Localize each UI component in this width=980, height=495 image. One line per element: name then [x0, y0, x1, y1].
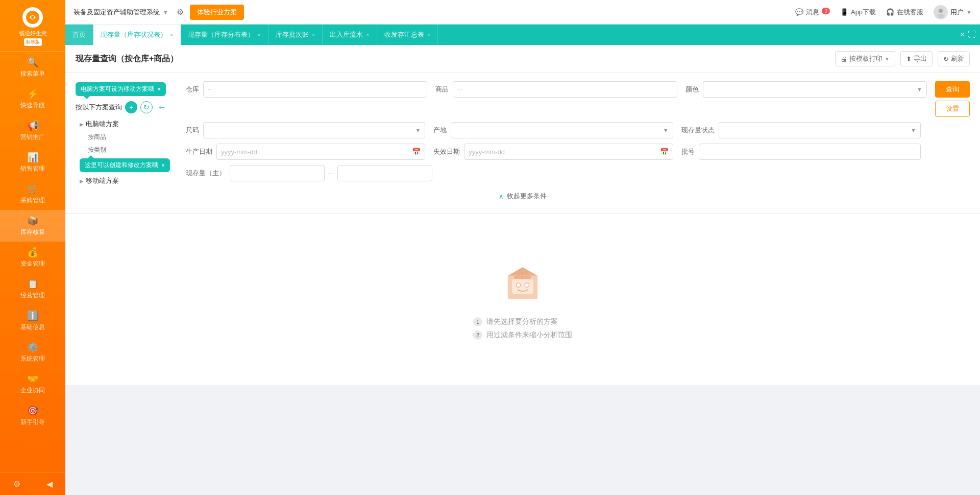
stock-qty-max[interactable] [337, 165, 432, 181]
topbar-user[interactable]: 用户 ▼ [934, 5, 972, 19]
sidebar-item-quick-nav[interactable]: ⚡ 快速导航 [0, 83, 65, 115]
system-name-chevron: ▼ [163, 9, 168, 15]
prod-date-input[interactable]: yyyy-mm-dd 📅 [216, 144, 425, 160]
system-name-text: 装备及固定资产辅助管理系统 [74, 8, 160, 17]
sidebar: 畅通好生意 标准版 🔍 搜索菜单 ⚡ 快速导航 📢 营销推广 📊 销售管理 🛒 … [0, 0, 65, 495]
tab-batch-ledger-label: 库存批次账 [276, 30, 309, 39]
batch-input[interactable] [699, 144, 921, 160]
refresh-icon: ↻ [943, 55, 949, 63]
svg-point-8 [517, 283, 521, 287]
sidebar-item-operations[interactable]: 📋 经营管理 [0, 273, 65, 305]
tab-fullscreen-btn[interactable]: ⛶ [968, 30, 976, 39]
logo-icon [22, 7, 43, 28]
tab-inventory-dist-close[interactable]: × [257, 32, 260, 38]
topbar-right: 💬 消息 9 📱 App下载 🎧 在线客服 用户 ▼ [795, 5, 972, 19]
online-support-label: 在线客服 [897, 8, 923, 17]
stock-status-select[interactable]: ▼ [719, 122, 921, 138]
warehouse-label: 仓库 [186, 85, 199, 94]
tab-batch-ledger[interactable]: 库存批次账 × [268, 25, 323, 45]
refresh-scheme-btn[interactable]: ↻ [140, 101, 153, 113]
tab-inout-flow-close[interactable]: × [366, 32, 369, 38]
size-select[interactable]: ▼ [203, 122, 425, 138]
system-name[interactable]: 装备及固定资产辅助管理系统 ▼ [74, 8, 168, 17]
message-icon: 💬 [795, 8, 803, 16]
svg-point-12 [519, 269, 522, 272]
sidebar-nav: 🔍 搜索菜单 ⚡ 快速导航 📢 营销推广 📊 销售管理 🛒 采购管理 📦 库存核… [0, 52, 65, 473]
tab-home[interactable]: 首页 [65, 25, 93, 45]
scheme-tooltip-text: 电脑方案可设为移动方案哦 [81, 85, 154, 93]
create-scheme-tooltip[interactable]: 这里可以创建和修改方案哦 × [80, 158, 170, 172]
scheme-desktop-child-1[interactable]: 按商品 [84, 131, 178, 144]
sidebar-item-inventory[interactable]: 📦 库存核算 [0, 210, 65, 242]
enterprise-icon: 🤝 [27, 373, 38, 385]
scheme-desktop-arrow: ▶ [80, 122, 84, 127]
stock-qty-max-input[interactable] [342, 170, 428, 177]
topbar-gear-icon[interactable]: ⚙ [177, 7, 184, 17]
logo-text: 畅通好生意 [19, 30, 47, 37]
export-icon: ⬆ [906, 55, 912, 63]
topbar: 装备及固定资产辅助管理系统 ▼ ⚙ 体验行业方案 💬 消息 9 📱 App下载 … [65, 0, 980, 25]
topbar-app-download[interactable]: 📱 App下载 [840, 8, 876, 17]
print-btn[interactable]: 🖨 按模板打印 ▼ [835, 51, 895, 66]
inventory-icon: 📦 [27, 215, 38, 226]
scheme-desktop-child-2[interactable]: 按类别 [84, 144, 178, 156]
svg-rect-7 [512, 279, 533, 294]
sidebar-item-label: 销售管理 [20, 164, 45, 173]
tab-batch-ledger-close[interactable]: × [312, 32, 315, 38]
page-actions: 🖨 按模板打印 ▼ ⬆ 导出 ↻ 刷新 [835, 51, 970, 66]
sidebar-item-purchase[interactable]: 🛒 采购管理 [0, 178, 65, 210]
tab-receive-summary[interactable]: 收发存汇总表 × [377, 25, 438, 45]
sidebar-item-marketing[interactable]: 📢 营销推广 [0, 115, 65, 147]
topbar-online-support[interactable]: 🎧 在线客服 [886, 8, 923, 17]
back-btn[interactable]: ← [156, 101, 168, 113]
collapse-btn[interactable]: ∧ 收起更多条件 [76, 187, 970, 205]
scheme-child2-label: 按类别 [88, 146, 106, 154]
create-tooltip-close[interactable]: × [161, 162, 165, 169]
refresh-btn[interactable]: ↻ 刷新 [938, 51, 970, 66]
tab-inout-flow[interactable]: 出入库流水 × [323, 25, 377, 45]
tab-inventory-status[interactable]: 现存量（库存状况表） × [93, 25, 181, 45]
svg-point-3 [937, 14, 944, 18]
tab-inventory-status-close[interactable]: × [170, 32, 173, 38]
sidebar-collapse-btn[interactable]: ◀ [46, 479, 53, 489]
export-btn[interactable]: ⬆ 导出 [900, 51, 933, 66]
goods-select[interactable]: ··· [453, 81, 677, 98]
tab-controls: × ⛶ [956, 25, 980, 45]
sidebar-item-basic-info[interactable]: ℹ️ 基础信息 [0, 305, 65, 337]
stock-qty-min[interactable] [230, 165, 325, 181]
batch-text-input[interactable] [703, 148, 916, 156]
sidebar-item-label: 系统管理 [20, 355, 45, 363]
add-scheme-btn[interactable]: + [125, 101, 137, 113]
scheme-desktop[interactable]: ▶ 电脑端方案 [76, 117, 178, 131]
sidebar-item-search-menu[interactable]: 🔍 搜索菜单 [0, 52, 65, 83]
color-select[interactable]: ▼ [703, 81, 927, 98]
origin-select[interactable]: ▼ [451, 122, 673, 138]
sidebar-item-guide[interactable]: 🎯 新手引导 [0, 400, 65, 432]
sidebar-item-enterprise[interactable]: 🤝 企业协同 [0, 368, 65, 400]
tab-close-btn[interactable]: × [960, 30, 965, 39]
sidebar-item-system[interactable]: ⚙️ 系统管理 [0, 337, 65, 368]
tip-num-1: 1 [473, 317, 482, 326]
page-header: 现存量查询（按仓库+商品） 🖨 按模板打印 ▼ ⬆ 导出 ↻ 刷新 [65, 45, 980, 73]
sidebar-settings-btn[interactable]: ⚙ [13, 479, 20, 489]
sidebar-item-label: 快速导航 [20, 101, 45, 110]
stock-qty-min-input[interactable] [234, 170, 320, 177]
tab-receive-summary-close[interactable]: × [427, 32, 430, 38]
scheme-tree: ▶ 电脑端方案 按商品 按类别 [76, 117, 178, 187]
expiry-date-input[interactable]: yyyy-mm-dd 📅 [464, 144, 673, 160]
warehouse-select[interactable]: ··· [203, 81, 427, 98]
sidebar-item-label: 经营管理 [20, 291, 45, 300]
industry-btn[interactable]: 体验行业方案 [190, 5, 244, 20]
sidebar-item-sales[interactable]: 📊 销售管理 [0, 147, 65, 178]
scheme-tooltip-bubble[interactable]: 电脑方案可设为移动方案哦 × [76, 82, 166, 96]
scheme-tooltip-close[interactable]: × [157, 86, 161, 93]
size-chevron: ▼ [415, 127, 421, 133]
scheme-mobile[interactable]: ▶ 移动端方案 [76, 174, 178, 187]
sidebar-item-finance[interactable]: 💰 资金管理 [0, 242, 65, 273]
tab-inventory-dist[interactable]: 现存量（库存分布表） × [181, 25, 268, 45]
prod-date-label: 生产日期 [186, 147, 212, 156]
marketing-icon: 📢 [27, 120, 38, 131]
query-btn[interactable]: 查询 [935, 81, 970, 98]
topbar-message[interactable]: 💬 消息 9 [795, 8, 830, 17]
reset-btn[interactable]: 设置 [935, 101, 970, 117]
